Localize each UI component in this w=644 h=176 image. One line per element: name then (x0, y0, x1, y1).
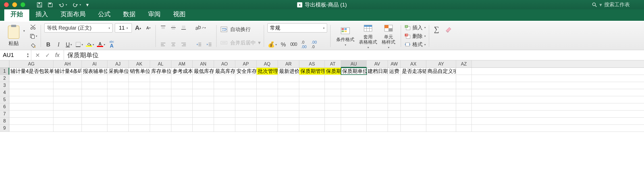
column-header-AQ[interactable]: AQ (257, 60, 278, 67)
wrap-text-button[interactable] (220, 25, 228, 34)
cell-AL8[interactable] (150, 118, 171, 124)
cell-AH6[interactable] (53, 103, 82, 110)
cell-AJ8[interactable] (107, 118, 129, 124)
search-input[interactable] (604, 2, 638, 8)
cell-AX4[interactable] (401, 89, 426, 96)
cell-AL1[interactable]: 库存单位 (150, 68, 171, 75)
cell-AQ1[interactable]: 批次管理 (257, 68, 278, 75)
column-header-AY[interactable]: AY (426, 60, 456, 67)
cell-AG7[interactable] (9, 110, 53, 117)
increase-font-button[interactable]: A▴ (134, 24, 142, 32)
cell-AH9[interactable] (53, 125, 82, 132)
cell-AV4[interactable] (367, 89, 388, 96)
cell-AZ5[interactable] (456, 96, 472, 103)
underline-button[interactable]: U▾ (65, 40, 73, 49)
cell-AX7[interactable] (401, 110, 426, 117)
cell-AN1[interactable]: 最低库存 (193, 68, 214, 75)
bold-button[interactable]: B (44, 40, 52, 49)
redo-button[interactable]: ▾ (72, 2, 81, 7)
cell-AS7[interactable] (299, 110, 325, 117)
cell-AT5[interactable] (325, 96, 341, 103)
cell-AN9[interactable] (193, 125, 214, 132)
cell-AI5[interactable] (82, 96, 107, 103)
cell-AN7[interactable] (193, 110, 214, 117)
cell-AG2[interactable] (9, 75, 53, 82)
cell-AJ7[interactable] (107, 110, 129, 117)
cell-AW2[interactable] (388, 75, 401, 82)
column-header-AI[interactable]: AI (82, 60, 107, 67)
cell-AJ4[interactable] (107, 89, 129, 96)
cell-AZ4[interactable] (456, 89, 472, 96)
row-header-6[interactable]: 6 (0, 103, 9, 110)
qat-customize-icon[interactable]: ▾ (86, 2, 89, 8)
enter-formula-button[interactable]: ✓ (45, 52, 50, 59)
currency-button[interactable]: 💰▾ (267, 40, 277, 49)
format-painter-button[interactable] (29, 42, 38, 49)
cell-AP2[interactable] (235, 75, 257, 82)
cell-AX1[interactable]: 是否走冻链 (401, 68, 426, 75)
cell-AX8[interactable] (401, 118, 426, 124)
column-header-AG[interactable]: AG (9, 60, 53, 67)
cell-AX5[interactable] (401, 96, 426, 103)
font-name-select[interactable]: 等线 Regular (正文)▾ (44, 23, 113, 32)
column-header-AM[interactable]: AM (171, 60, 193, 67)
align-top-button[interactable] (159, 23, 167, 32)
cell-AM6[interactable] (171, 103, 193, 110)
cell-AO9[interactable] (214, 125, 235, 132)
cell-AZ7[interactable] (456, 110, 472, 117)
save-icon[interactable] (47, 2, 53, 8)
cell-AR7[interactable] (278, 110, 299, 117)
delete-cells-button[interactable]: ✕ 删除▾ (404, 32, 426, 40)
row-header-2[interactable]: 2 (0, 75, 9, 82)
percent-button[interactable]: % (279, 40, 287, 49)
clear-button[interactable] (444, 25, 452, 34)
cell-AQ6[interactable] (257, 103, 278, 110)
cell-AI7[interactable] (82, 110, 107, 117)
cell-AZ3[interactable] (456, 82, 472, 89)
copy-button[interactable]: ▾ (29, 32, 38, 40)
cell-AU6[interactable] (341, 103, 367, 110)
cell-AU1[interactable]: 保质期单位 (341, 68, 367, 75)
cell-AR4[interactable] (278, 89, 299, 96)
cell-AQ8[interactable] (257, 118, 278, 124)
cell-AW6[interactable] (388, 103, 401, 110)
align-left-button[interactable] (159, 40, 167, 49)
cell-AK9[interactable] (129, 125, 150, 132)
cell-AR6[interactable] (278, 103, 299, 110)
cell-AG5[interactable] (9, 96, 53, 103)
cell-AI2[interactable] (82, 75, 107, 82)
cell-AL2[interactable] (150, 75, 171, 82)
cell-AY5[interactable] (426, 96, 456, 103)
cell-AH7[interactable] (53, 110, 82, 117)
cell-AP1[interactable]: 安全库存 (235, 68, 257, 75)
cell-AM5[interactable] (171, 96, 193, 103)
cell-AL5[interactable] (150, 96, 171, 103)
cell-AU9[interactable] (341, 125, 367, 132)
cell-AJ9[interactable] (107, 125, 129, 132)
cell-AG1[interactable]: 辅计量4是否包装单位 (9, 68, 53, 75)
cell-AG4[interactable] (9, 89, 53, 96)
tab-home[interactable]: 开始 (4, 8, 29, 21)
cell-AS9[interactable] (299, 125, 325, 132)
cell-AH4[interactable] (53, 89, 82, 96)
cell-AZ8[interactable] (456, 118, 472, 124)
align-middle-button[interactable] (169, 23, 177, 32)
column-header-AK[interactable]: AK (129, 60, 150, 67)
row-header-3[interactable]: 3 (0, 82, 9, 89)
formula-content[interactable]: 保质期单位 (64, 51, 99, 60)
cell-AM3[interactable] (171, 82, 193, 89)
cell-AY9[interactable] (426, 125, 456, 132)
cell-AS1[interactable]: 保质期管理 (299, 68, 325, 75)
tab-data[interactable]: 数据 (117, 8, 142, 21)
cell-AQ7[interactable] (257, 110, 278, 117)
align-center-button[interactable] (169, 40, 177, 49)
cell-AY6[interactable] (426, 103, 456, 110)
cell-AX6[interactable] (401, 103, 426, 110)
cell-AH8[interactable] (53, 118, 82, 124)
cell-AT6[interactable] (325, 103, 341, 110)
cell-AN8[interactable] (193, 118, 214, 124)
cell-AG9[interactable] (9, 125, 53, 132)
name-box-stepper[interactable]: ▲▼ (26, 52, 29, 58)
cell-AP9[interactable] (235, 125, 257, 132)
cell-AW9[interactable] (388, 125, 401, 132)
